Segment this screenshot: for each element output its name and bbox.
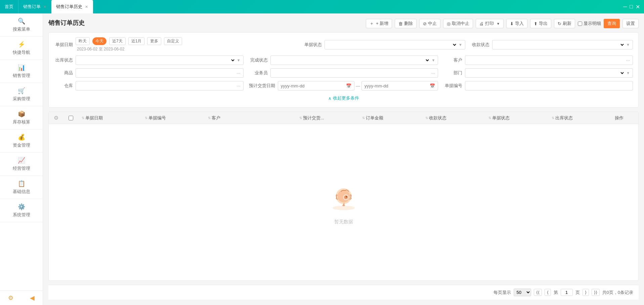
salesperson-input[interactable]: [273, 71, 430, 76]
sidebar-collapse-icon[interactable]: ◀: [30, 294, 35, 302]
date-tag-more[interactable]: 更多: [147, 37, 161, 45]
warehouse-input[interactable]: [79, 83, 235, 88]
inventory-mgmt-icon: 📦: [18, 110, 25, 118]
th-amount[interactable]: ⇅ 订单金额: [359, 115, 422, 121]
warehouse-dots-icon[interactable]: ···: [237, 83, 241, 88]
department-select[interactable]: [468, 70, 625, 76]
delivery-date-start-control[interactable]: 📅: [278, 81, 354, 90]
date-tag-1month[interactable]: 近1月: [128, 37, 145, 45]
display-col-input[interactable]: [578, 22, 582, 26]
sidebar-item-sales-mgmt[interactable]: 📊 销售管理: [0, 60, 43, 83]
customer-input[interactable]: [468, 58, 625, 63]
display-col-checkbox[interactable]: 显示明细: [578, 21, 601, 27]
th-receipt-status[interactable]: ⇅ 收款状态: [422, 115, 485, 121]
stop-button[interactable]: ⊘ 中止: [419, 19, 440, 28]
query-button[interactable]: 查询: [604, 19, 620, 28]
table-settings-icon[interactable]: ⚙: [54, 115, 58, 121]
receipt-status-select[interactable]: [495, 42, 625, 48]
sidebar-settings-icon[interactable]: ⚙: [8, 294, 13, 302]
department-label: 部门: [443, 70, 462, 76]
th-settings[interactable]: ⚙: [49, 115, 63, 121]
warehouse-control[interactable]: ···: [76, 81, 244, 90]
th-number[interactable]: ⇅ 单据编号: [141, 115, 205, 121]
settings-button[interactable]: 设置: [622, 19, 639, 28]
new-button[interactable]: ＋ + 新增: [366, 19, 392, 28]
tab-sales-order-close[interactable]: ✕: [43, 5, 46, 9]
date-tag-yesterday[interactable]: 昨天: [76, 37, 90, 45]
department-control[interactable]: ▼: [465, 68, 633, 78]
window-maximize-icon[interactable]: □: [630, 4, 633, 10]
salesperson-control[interactable]: ···: [270, 68, 438, 78]
date-tag-custom[interactable]: 自定义: [164, 37, 182, 45]
next-page-button[interactable]: ⟩: [583, 289, 589, 296]
export-button[interactable]: ⬆ 导出: [530, 19, 551, 28]
sidebar-item-basic-info[interactable]: 📋 基础信息: [0, 176, 43, 199]
collapse-row[interactable]: ∧ 收起更多条件: [54, 94, 633, 103]
sidebar-item-quick-nav[interactable]: ⚡ 快捷导航: [0, 37, 43, 60]
date-tag-7days[interactable]: 近7天: [109, 37, 126, 45]
tab-sales-order-history[interactable]: 销售订单历史 ✕: [51, 0, 93, 13]
calendar-end-icon[interactable]: 📅: [430, 83, 435, 88]
customer-label: 客户: [443, 57, 462, 63]
table-select-all-checkbox[interactable]: [69, 116, 73, 120]
product-dots-icon[interactable]: ···: [237, 70, 241, 76]
th-delivery-status[interactable]: ⇅ 出库状态: [548, 115, 611, 121]
sidebar-item-search-menu[interactable]: 🔍 搜索菜单: [0, 13, 43, 37]
refresh-button[interactable]: ↻ 刷新: [554, 19, 575, 28]
collapse-chevron-icon: ∧: [328, 96, 332, 101]
filter-row-3: 商品 ··· 业务员 ··· 部门: [54, 68, 633, 78]
page-size-select[interactable]: 50 10 20 100: [514, 289, 531, 296]
calendar-start-icon[interactable]: 📅: [346, 83, 351, 88]
customer-dots-icon[interactable]: ···: [626, 58, 630, 63]
tab-sales-order[interactable]: 销售订单 ✕: [18, 0, 51, 13]
sidebar-item-purchase-mgmt[interactable]: 🛒 采购管理: [0, 83, 43, 106]
salesperson-dots-icon[interactable]: ···: [431, 70, 435, 76]
order-status-select[interactable]: [328, 42, 457, 48]
page-size-label: 每页显示: [493, 290, 511, 296]
window-close-icon[interactable]: ✕: [636, 4, 640, 10]
th-customer[interactable]: ⇅ 客户: [205, 115, 296, 121]
product-control[interactable]: ···: [76, 68, 244, 78]
order-status-label: 单据状态: [303, 42, 322, 48]
delivery-date-start-input[interactable]: [281, 83, 345, 88]
sidebar-item-operation-mgmt[interactable]: 📈 经营管理: [0, 153, 43, 176]
customer-control[interactable]: ···: [465, 55, 633, 65]
svg-point-0: [332, 205, 355, 210]
purchase-mgmt-icon: 🛒: [18, 87, 25, 94]
tab-sales-order-history-label: 销售订单历史: [56, 4, 82, 10]
date-tag-today[interactable]: 今天: [92, 37, 106, 45]
delivery-date-end-control[interactable]: 📅: [361, 81, 438, 90]
order-status-control[interactable]: ▼: [325, 40, 465, 49]
first-page-button[interactable]: ⟨⟨: [534, 289, 542, 296]
filter-panel: 单据日期 昨天 今天 近7天 近1月 更多 自定义 2023-06-02 至 2…: [48, 32, 639, 108]
query-label: 查询: [607, 21, 616, 27]
delivery-status-select[interactable]: [79, 58, 235, 63]
order-number-control[interactable]: [465, 81, 633, 90]
print-button[interactable]: 🖨 打印 ▼: [476, 19, 504, 28]
sidebar-item-fund-mgmt[interactable]: 💰 资金管理: [0, 129, 43, 153]
delivery-date-end-input[interactable]: [364, 83, 428, 88]
sidebar-item-inventory-mgmt[interactable]: 📦 库存核算: [0, 106, 43, 129]
th-order-status[interactable]: ⇅ 单据状态: [485, 115, 548, 121]
completion-status-select[interactable]: [273, 58, 430, 63]
tab-home[interactable]: 首页: [0, 0, 18, 13]
order-number-input[interactable]: [468, 83, 630, 88]
system-mgmt-icon: ⚙️: [18, 203, 25, 211]
tab-sales-order-history-close[interactable]: ✕: [85, 5, 88, 9]
prev-page-button[interactable]: ⟨: [545, 289, 551, 296]
receipt-status-control[interactable]: ▼: [492, 40, 633, 49]
import-button[interactable]: ⬇ 导入: [506, 19, 527, 28]
last-page-button[interactable]: ⟩⟩: [592, 289, 600, 296]
delete-button[interactable]: 🗑 删除: [395, 19, 417, 28]
cancel-stop-button[interactable]: ◎ 取消中止: [443, 19, 473, 28]
window-minimize-icon[interactable]: ─: [623, 4, 627, 10]
product-input[interactable]: [79, 71, 235, 76]
th-checkbox[interactable]: [63, 116, 78, 120]
th-delivery[interactable]: ⇅ 预计交货...: [296, 115, 359, 121]
sidebar-item-system-mgmt[interactable]: ⚙️ 系统管理: [0, 199, 43, 222]
delivery-status-control[interactable]: ▼: [76, 55, 244, 65]
th-customer-label: 客户: [212, 115, 220, 121]
th-date[interactable]: ⇅ 单据日期: [78, 115, 141, 121]
completion-status-control[interactable]: ▼: [270, 55, 438, 65]
page-number-input[interactable]: 1: [561, 289, 573, 296]
